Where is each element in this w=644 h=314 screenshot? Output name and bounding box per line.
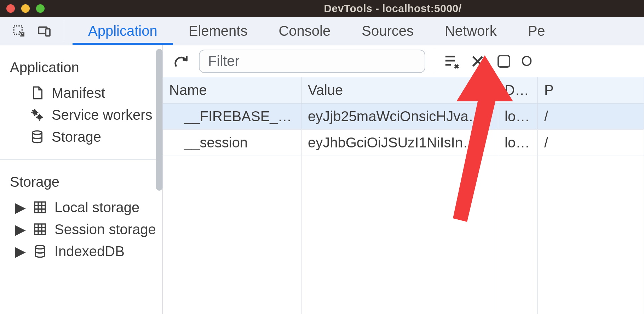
separator [434,51,434,72]
svg-point-8 [35,245,45,249]
tab-label: Console [278,23,330,39]
database-icon [29,129,45,145]
clear-all-icon[interactable] [443,52,460,70]
tab-performance-truncated[interactable]: Pe [512,17,561,45]
tab-elements[interactable]: Elements [173,17,263,45]
table-row[interactable]: __session eyJhbGciOiJSUzI1NiIsIn… lo… / [163,130,644,156]
window-title: DevTools - localhost:5000/ [324,2,461,15]
sidebar-item-manifest[interactable]: Manifest [0,82,162,104]
close-window-button[interactable] [6,4,15,13]
maximize-window-button[interactable] [36,4,45,13]
table-empty-area [163,156,644,314]
tab-label: Network [445,23,497,39]
gears-icon [29,107,45,123]
refresh-icon[interactable] [173,52,190,70]
tabs: Application Elements Console Sources Net… [73,17,561,45]
main: Application Manifest Service workers [0,45,644,314]
tab-label: Pe [528,23,545,39]
expand-caret-icon: ▶ [15,199,22,215]
sidebar-item-label: Local storage [54,200,139,215]
toolbar-trailing-label: O [521,53,532,69]
sidebar-item-label: Storage [52,129,101,145]
filter-input[interactable] [199,50,425,73]
cell-value: eyJhbGciOiJSUzI1NiIsIn… [301,130,498,156]
sidebar-item-session-storage[interactable]: ▶ Session storage [0,218,162,240]
sidebar-item-label: IndexedDB [54,243,125,259]
sidebar-item-storage[interactable]: Storage [0,126,162,148]
svg-point-4 [37,115,42,119]
column-header-name[interactable]: Name [163,77,301,103]
minimize-window-button[interactable] [21,4,30,13]
expand-caret-icon: ▶ [15,243,22,259]
sidebar-item-local-storage[interactable]: ▶ Local storage [0,196,162,218]
separator [64,21,64,42]
cell-name: __FIREBASE_… [163,103,301,129]
column-header-path[interactable]: P [538,77,644,103]
cell-path: / [538,103,644,129]
grid-icon [32,199,48,215]
svg-rect-7 [35,224,45,235]
tabs-row: Application Elements Console Sources Net… [0,17,644,45]
svg-point-5 [33,131,42,134]
sidebar-item-label: Service workers [52,107,153,123]
column-header-domain[interactable]: D… [498,77,538,103]
tab-sources[interactable]: Sources [346,17,429,45]
cell-path: / [538,130,644,156]
section-title-storage: Storage [0,160,162,196]
close-icon[interactable] [469,52,487,70]
device-toolbar-icon[interactable] [36,23,53,40]
tab-label: Sources [362,23,414,39]
sidebar-item-indexeddb[interactable]: ▶ IndexedDB [0,240,162,262]
sidebar-item-service-workers[interactable]: Service workers [0,104,162,126]
traffic-lights [6,4,45,13]
database-icon [32,243,48,259]
cookies-table: Name Value D… P __FIREBASE_… eyJjb25maWc… [163,77,644,314]
checkbox-only-show-cookies[interactable] [495,52,513,70]
document-icon [29,85,45,101]
content-toolbar: O [163,45,644,77]
svg-rect-2 [46,29,50,36]
svg-rect-6 [35,202,45,213]
column-header-value[interactable]: Value [301,77,498,103]
table-header: Name Value D… P [163,77,644,103]
cell-value: eyJjb25maWciOnsicHJva… [301,103,498,129]
content: O Name Value D… P __FIREBASE_… eyJjb25ma… [163,45,644,314]
expand-caret-icon: ▶ [15,221,22,237]
cell-domain: lo… [498,103,538,129]
table-row[interactable]: __FIREBASE_… eyJjb25maWciOnsicHJva… lo… … [163,103,644,130]
tab-console[interactable]: Console [263,17,346,45]
tab-label: Elements [189,23,248,39]
inspect-element-icon[interactable] [11,23,28,40]
cell-name: __session [163,130,301,156]
tab-application[interactable]: Application [73,17,173,45]
cell-domain: lo… [498,130,538,156]
sidebar-item-label: Manifest [52,85,105,101]
titlebar: DevTools - localhost:5000/ [0,0,644,17]
sidebar-item-label: Session storage [54,222,156,237]
section-title-application: Application [0,45,162,82]
scrollbar[interactable] [156,49,162,191]
tab-network[interactable]: Network [429,17,512,45]
grid-icon [32,221,48,237]
sidebar: Application Manifest Service workers [0,45,163,314]
tab-label: Application [88,23,157,39]
